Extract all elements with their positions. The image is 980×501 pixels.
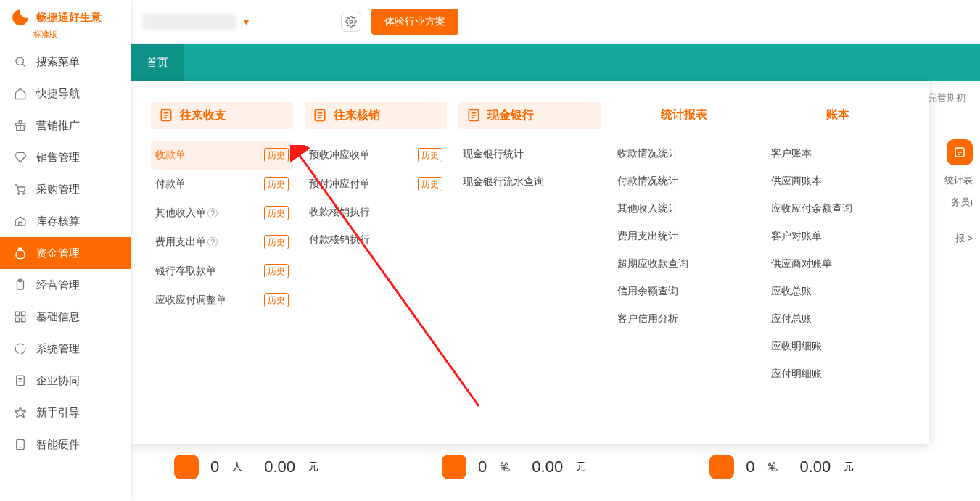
sidebar-item-star[interactable]: 新手引导 — [0, 397, 131, 428]
mega-menu-item[interactable]: 付款情况统计 — [613, 167, 755, 195]
right-hint-text[interactable]: 完善期初 — [928, 91, 965, 104]
mega-menu-item[interactable]: 应收总账 — [767, 278, 909, 305]
sidebar-item-gift[interactable]: 营销推广 — [0, 109, 131, 141]
try-industry-solution-button[interactable]: 体验行业方案 — [371, 9, 458, 35]
mega-menu-item[interactable]: 其他收入单?历史 — [151, 199, 293, 228]
history-badge[interactable]: 历史 — [264, 206, 289, 220]
star-icon — [13, 405, 28, 420]
mega-menu-item[interactable]: 银行存取款单历史 — [151, 257, 293, 286]
stat-amount: 0.00 — [264, 457, 295, 476]
org-selector[interactable]: ▾ — [142, 14, 331, 30]
bill-icon — [466, 107, 482, 123]
mega-column-header: 往来核销 — [305, 102, 447, 129]
grid-icon — [13, 310, 28, 324]
history-badge[interactable]: 历史 — [264, 264, 289, 278]
sidebar-item-diamond[interactable]: 销售管理 — [0, 141, 131, 173]
right-quick-link[interactable] — [947, 139, 973, 165]
history-badge[interactable]: 历史 — [264, 148, 289, 162]
brand-title: 畅捷通好生意 — [36, 11, 102, 25]
mega-menu-item[interactable]: 收款情况统计 — [613, 140, 755, 167]
right-link-text[interactable]: 统计表 — [944, 174, 973, 187]
sidebar-item-label: 基础信息 — [36, 310, 80, 324]
brand-block: 畅捷通好生意 — [0, 0, 131, 32]
sidebar-item-clipboard[interactable]: 经营管理 — [0, 269, 131, 301]
mega-menu-item[interactable]: 预付冲应付单历史 — [305, 170, 447, 199]
history-badge[interactable]: 历史 — [264, 235, 289, 249]
sidebar-item-label: 智能硬件 — [36, 438, 80, 452]
stat-value: 0 — [210, 457, 219, 476]
mega-menu-item[interactable]: 客户对账单 — [767, 223, 909, 250]
settings-button[interactable] — [341, 12, 361, 32]
bill-icon — [312, 107, 328, 123]
history-badge[interactable]: 历史 — [418, 177, 442, 191]
mega-menu-item[interactable]: 现金银行统计 — [458, 141, 601, 168]
sidebar-item-cart[interactable]: 采购管理 — [0, 173, 131, 205]
history-badge[interactable]: 历史 — [264, 177, 289, 191]
mega-item-label: 应收总账 — [771, 285, 812, 298]
sidebar-item-search[interactable]: 搜索菜单 — [0, 46, 131, 78]
moneybag-icon — [13, 246, 28, 260]
primary-nav: 首页 — [131, 44, 980, 81]
right-link-text[interactable]: 务员) — [951, 196, 973, 209]
clipboard-icon — [13, 278, 28, 292]
mega-column-header: 账本 — [767, 102, 909, 128]
mega-item-label: 应收应付调整单 — [155, 294, 226, 307]
right-link-text[interactable]: 报 > — [955, 232, 973, 245]
sidebar-item-label: 新手引导 — [36, 406, 80, 420]
mega-menu-item[interactable]: 应付明细账 — [767, 360, 909, 388]
stat-amount-unit: 元 — [844, 460, 854, 473]
svg-point-6 — [22, 193, 24, 194]
cart-icon — [13, 182, 28, 196]
mega-menu-item[interactable]: 超期应收款查询 — [613, 250, 755, 278]
mega-menu-item[interactable]: 费用支出统计 — [613, 223, 755, 250]
mega-menu-item[interactable]: 信用余额查询 — [613, 278, 755, 305]
mega-column-header: 往来收支 — [151, 102, 293, 129]
sidebar-item-doc[interactable]: 企业协同 — [0, 365, 131, 397]
svg-rect-9 — [15, 312, 19, 315]
mega-menu-item[interactable]: 现金银行流水查询 — [458, 168, 601, 196]
mega-menu-item[interactable]: 客户信用分析 — [613, 305, 755, 333]
stat-amount: 0.00 — [532, 457, 563, 476]
mega-menu: 往来收支收款单历史付款单历史其他收入单?历史费用支出单?历史银行存取款单历史应收… — [131, 81, 929, 444]
mega-menu-item[interactable]: 收款核销执行 — [305, 199, 447, 226]
mega-item-label: 超期应收款查询 — [617, 257, 688, 270]
sidebar-item-home[interactable]: 快捷导航 — [0, 78, 131, 109]
sidebar-item-loader[interactable]: 系统管理 — [0, 333, 131, 365]
device-icon — [13, 437, 28, 452]
mega-item-label: 预付冲应付单 — [309, 178, 370, 191]
mega-item-label: 客户信用分析 — [617, 312, 678, 326]
history-badge[interactable]: 历史 — [264, 293, 289, 307]
mega-menu-item[interactable]: 收款单历史 — [151, 141, 293, 170]
mega-column: 统计报表收款情况统计付款情况统计其他收入统计费用支出统计超期应收款查询信用余额查… — [613, 102, 755, 388]
mega-menu-item[interactable]: 预收冲应收单历史 — [305, 141, 447, 170]
mega-item-label: 其他收入统计 — [617, 202, 678, 215]
svg-rect-12 — [22, 318, 25, 322]
svg-rect-14 — [17, 376, 25, 386]
mega-menu-item[interactable]: 付款单历史 — [151, 170, 293, 199]
mega-item-label: 信用余额查询 — [617, 285, 678, 298]
mega-item-label: 客户对账单 — [771, 230, 822, 243]
history-badge[interactable]: 历史 — [418, 148, 442, 162]
mega-menu-item[interactable]: 其他收入统计 — [613, 195, 755, 223]
sidebar-item-moneybag[interactable]: 资金管理 — [0, 237, 131, 269]
mega-menu-item[interactable]: 供应商对账单 — [767, 250, 909, 278]
brand-logo-icon — [10, 7, 30, 28]
mega-menu-item[interactable]: 供应商账本 — [767, 167, 909, 195]
sidebar-item-device[interactable]: 智能硬件 — [0, 428, 131, 460]
mega-menu-item[interactable]: 应收明细账 — [767, 333, 909, 360]
mega-menu-item[interactable]: 应付总账 — [767, 305, 909, 333]
mega-menu-item[interactable]: 应收应付调整单历史 — [151, 286, 293, 315]
sidebar-item-warehouse[interactable]: 库存核算 — [0, 205, 131, 237]
mega-menu-item[interactable]: 应收应付余额查询 — [767, 195, 909, 223]
mega-menu-item[interactable]: 客户账本 — [767, 140, 909, 167]
stat-unit: 笔 — [500, 460, 510, 473]
sidebar-item-grid[interactable]: 基础信息 — [0, 301, 131, 333]
svg-rect-10 — [22, 312, 25, 315]
stat-icon — [442, 455, 466, 479]
mega-menu-item[interactable]: 费用支出单?历史 — [151, 228, 293, 257]
tab-home[interactable]: 首页 — [131, 44, 184, 81]
mega-menu-item[interactable]: 付款核销执行 — [305, 226, 447, 254]
mega-item-label: 收款核销执行 — [309, 206, 370, 219]
mega-item-label: 现金银行统计 — [463, 148, 524, 161]
mega-item-label: 费用支出统计 — [617, 230, 678, 243]
